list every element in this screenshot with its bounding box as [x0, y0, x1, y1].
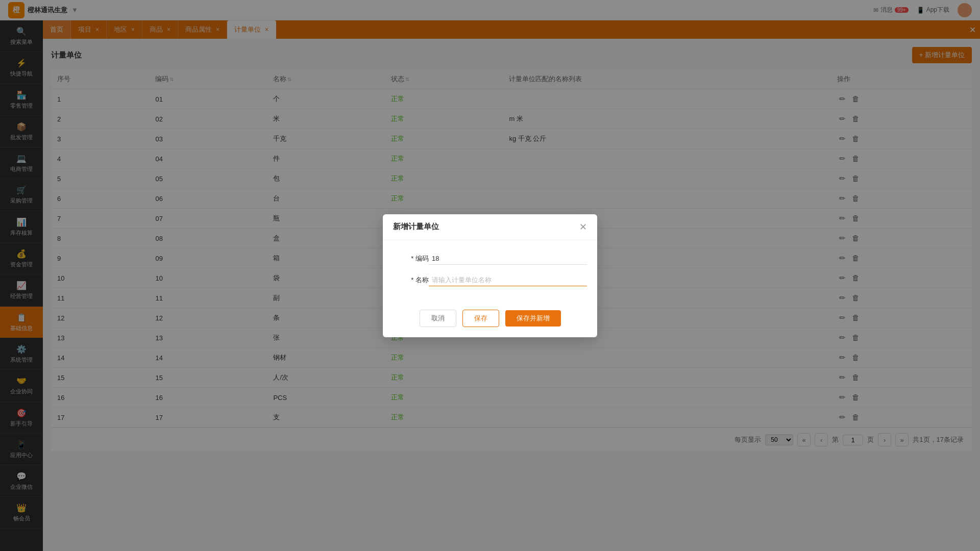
- name-label: * 名称: [393, 276, 429, 285]
- modal-header: 新增计量单位 ✕: [383, 214, 597, 240]
- name-input[interactable]: [429, 274, 587, 286]
- modal-body: * 编码 * 名称: [383, 240, 597, 304]
- code-input[interactable]: [429, 253, 587, 265]
- add-unit-modal: 新增计量单位 ✕ * 编码 * 名称 取消 保存 保存并新增: [383, 214, 597, 337]
- modal-title: 新增计量单位: [393, 222, 439, 232]
- name-form-row: * 名称: [393, 274, 587, 286]
- code-label: * 编码: [393, 254, 429, 263]
- code-form-row: * 编码: [393, 253, 587, 265]
- save-new-btn[interactable]: 保存并新增: [505, 310, 561, 327]
- modal-overlay: 新增计量单位 ✕ * 编码 * 名称 取消 保存 保存并新增: [0, 0, 980, 551]
- modal-close-btn[interactable]: ✕: [579, 221, 587, 233]
- save-btn[interactable]: 保存: [462, 310, 499, 327]
- cancel-btn[interactable]: 取消: [420, 310, 456, 327]
- modal-footer: 取消 保存 保存并新增: [383, 304, 597, 337]
